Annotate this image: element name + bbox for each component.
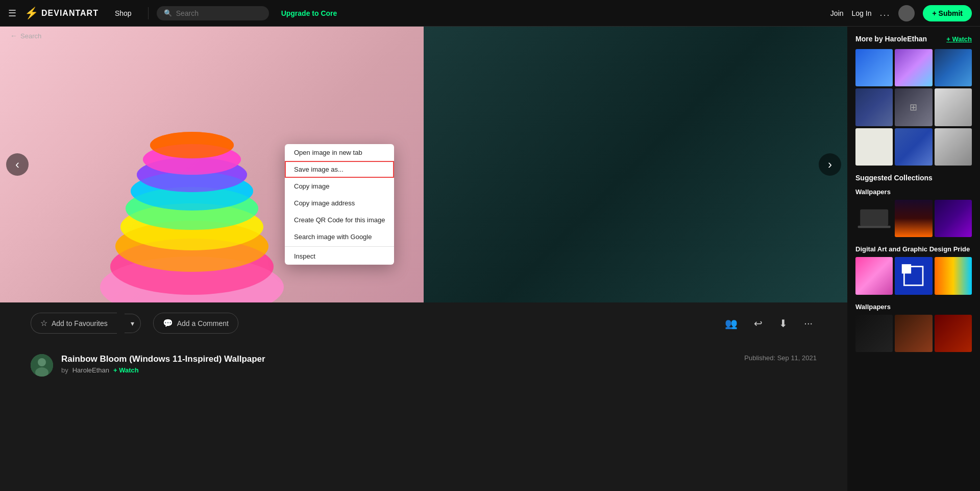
download-icon: ⬇ — [779, 318, 788, 329]
svg-rect-24 — [895, 257, 932, 294]
digital-art-label: Digital Art and Graphic Design Pride — [855, 245, 972, 253]
add-favourites-button[interactable]: ☆ Add to Favourites — [31, 313, 117, 334]
digital-art-grid — [855, 257, 972, 294]
next-icon: › — [828, 157, 832, 172]
svg-rect-23 — [858, 225, 891, 228]
add-comment-button[interactable]: 💬 Add a Comment — [153, 313, 238, 334]
svg-point-19 — [38, 358, 46, 366]
more-by-thumb-6[interactable] — [935, 88, 972, 126]
digital-art-thumb-2[interactable] — [895, 257, 932, 294]
artwork-byline: by HaroleEthan + Watch — [61, 366, 265, 374]
join-button[interactable]: Join — [830, 9, 844, 17]
more-by-grid: ⊞ — [855, 49, 972, 166]
shop-link[interactable]: Shop — [107, 9, 140, 17]
context-search-google[interactable]: Search image with Google — [285, 228, 394, 245]
menu-icon[interactable]: ☰ — [8, 8, 16, 19]
more-icon: ··· — [804, 317, 813, 329]
sidebar: More by HaroleEthan + Watch ⊞ Suggested … — [847, 27, 980, 491]
by-label: by — [61, 366, 68, 374]
login-button[interactable]: Log In — [852, 9, 872, 17]
add-comment-label: Add a Comment — [177, 319, 229, 328]
artwork-title: Rainbow Bloom (Windows 11-Inspired) Wall… — [61, 354, 265, 364]
main-layout: ← Search — [0, 27, 980, 491]
dropdown-icon: ▾ — [131, 319, 134, 328]
logo[interactable]: ⚡ DEVIANTART — [24, 7, 99, 20]
favourites-dropdown-button[interactable]: ▾ — [125, 314, 141, 333]
content-area: ← Search — [0, 27, 847, 491]
add-favourites-label: Add to Favourites — [52, 319, 108, 328]
header-right: Join Log In ... + Submit — [830, 5, 972, 21]
context-save-image[interactable]: Save image as... — [285, 161, 394, 178]
context-open-new-tab[interactable]: Open image in new tab — [285, 144, 394, 161]
share-button[interactable]: 👥 — [721, 313, 742, 334]
breadcrumb-label[interactable]: Search — [20, 32, 41, 40]
artist-watch-button[interactable]: + Watch — [113, 366, 139, 374]
context-menu-divider — [285, 246, 394, 247]
svg-rect-22 — [860, 209, 888, 225]
prev-image-button[interactable]: ‹ — [6, 153, 29, 176]
wallpaper-bottom-thumb-1[interactable] — [855, 315, 893, 352]
submit-button[interactable]: + Submit — [923, 5, 972, 21]
context-copy-image[interactable]: Copy image — [285, 178, 394, 195]
wallpapers-grid-1 — [855, 200, 972, 237]
more-by-thumb-9[interactable] — [935, 128, 972, 166]
wallpaper-thumb-3[interactable] — [935, 200, 972, 237]
more-by-thumb-1[interactable] — [855, 49, 893, 86]
published-date: Published: Sep 11, 2021 — [744, 354, 817, 362]
more-options-button[interactable]: ... — [879, 8, 890, 18]
artist-avatar[interactable] — [31, 354, 53, 377]
next-image-button[interactable]: › — [819, 153, 841, 176]
download-button[interactable]: ⬇ — [775, 313, 792, 334]
sidebar-watch-button[interactable]: + Watch — [946, 35, 972, 43]
more-by-thumb-8[interactable] — [895, 128, 932, 166]
avatar[interactable] — [898, 5, 915, 21]
wallpapers-grid-2 — [855, 315, 972, 352]
artwork-info: Rainbow Bloom (Windows 11-Inspired) Wall… — [0, 344, 847, 387]
context-inspect[interactable]: Inspect — [285, 248, 394, 265]
comment-icon: 💬 — [163, 318, 173, 328]
more-by-title: More by HaroleEthan — [855, 35, 927, 43]
breadcrumb: ← Search — [0, 27, 52, 45]
more-by-thumb-7[interactable] — [855, 128, 893, 166]
wallpaper-thumb-2[interactable] — [895, 200, 932, 237]
star-icon: ☆ — [40, 318, 47, 328]
more-by-thumb-2[interactable] — [895, 49, 932, 86]
header-divider — [148, 7, 149, 19]
suggested-title: Suggested Collections — [855, 174, 933, 182]
suggested-section-header: Suggested Collections — [855, 174, 972, 182]
award-icon: ↩ — [754, 318, 763, 329]
action-bar: ☆ Add to Favourites ▾ 💬 Add a Comment 👥 … — [0, 302, 847, 344]
context-create-qr[interactable]: Create QR Code for this image — [285, 212, 394, 228]
back-arrow-icon[interactable]: ← — [10, 32, 17, 40]
search-icon: 🔍 — [164, 9, 172, 17]
digital-art-thumb-3[interactable] — [935, 257, 972, 294]
artist-name[interactable]: HaroleEthan — [72, 366, 109, 374]
artwork-details: Rainbow Bloom (Windows 11-Inspired) Wall… — [61, 354, 265, 374]
prev-icon: ‹ — [15, 157, 19, 172]
wallpaper-bottom-thumb-3[interactable] — [935, 315, 972, 352]
wallpapers-label-1: Wallpapers — [855, 188, 972, 196]
upgrade-button[interactable]: Upgrade to Core — [281, 9, 337, 17]
wallpaper-thumb-1[interactable] — [855, 200, 893, 237]
artwork-image — [0, 27, 847, 302]
more-by-thumb-5[interactable]: ⊞ — [895, 88, 932, 126]
main-header: ☰ ⚡ DEVIANTART Shop 🔍 Upgrade to Core Jo… — [0, 0, 980, 27]
search-input[interactable] — [176, 9, 258, 17]
digital-art-thumb-1[interactable] — [855, 257, 893, 294]
image-viewer: ‹ › — [0, 27, 847, 302]
context-menu: Open image in new tab Save image as... C… — [285, 144, 394, 265]
more-actions-button[interactable]: ··· — [800, 313, 817, 333]
logo-icon: ⚡ — [24, 7, 38, 20]
wallpapers-label-2: Wallpapers — [855, 303, 972, 311]
context-copy-address[interactable]: Copy image address — [285, 195, 394, 212]
logo-text: DEVIANTART — [41, 9, 99, 18]
more-by-thumb-3[interactable] — [935, 49, 972, 86]
search-bar[interactable]: 🔍 — [157, 6, 269, 20]
award-button[interactable]: ↩ — [750, 313, 767, 334]
wallpaper-bottom-thumb-2[interactable] — [895, 315, 932, 352]
more-by-section-header: More by HaroleEthan + Watch — [855, 35, 972, 43]
share-icon: 👥 — [725, 318, 738, 329]
more-by-thumb-4[interactable] — [855, 88, 893, 126]
artwork-right-panel — [424, 27, 847, 302]
svg-rect-26 — [902, 264, 911, 273]
